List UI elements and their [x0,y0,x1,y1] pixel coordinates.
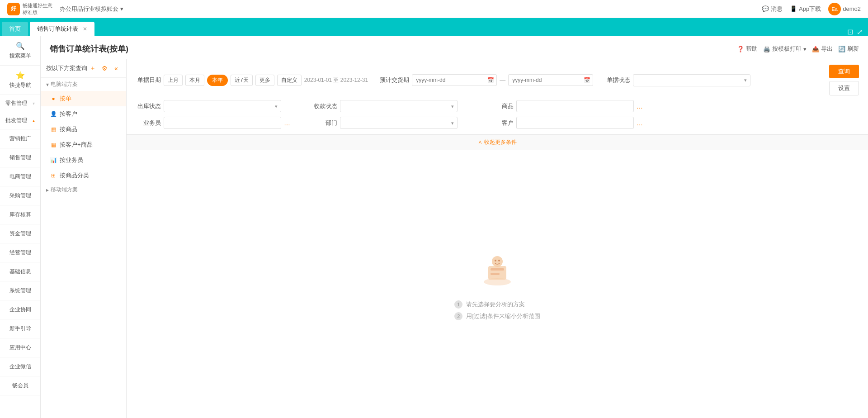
receipt-status-select[interactable] [340,100,458,112]
empty-state: 1 请先选择要分析的方案 2 用[过滤]条件来缩小分析范围 [127,150,868,418]
date-btn-more[interactable]: 更多 [255,75,274,86]
goods-input[interactable] [516,100,634,112]
sidebar-item-retail[interactable]: 零售管理 ▾ [0,95,40,112]
business-input[interactable] [164,117,281,129]
filter-status-field: 单据状态 [605,74,821,86]
sidebar-item-finance[interactable]: 资金管理 [0,224,40,243]
goods-more-icon[interactable]: … [637,103,643,110]
filter-outstatus-wrapper [164,100,281,112]
svg-point-4 [492,256,503,267]
filter-business-field: 业务员 … [136,117,307,129]
filter-status-select-wrapper [633,74,750,86]
sidebar-item-corp-collab[interactable]: 企业协同 [0,300,40,319]
filter-outstatus-field: 出库状态 [136,100,307,112]
settings-scheme-icon[interactable]: ⚙ [100,64,109,73]
tree-item-by-customer[interactable]: 👤 按客户 [41,106,126,122]
reset-button[interactable]: 设置 [829,81,859,95]
collapse-panel-icon[interactable]: « [112,64,121,73]
date-separator: — [500,77,505,84]
person-icon: 👤 [50,110,57,118]
grid2-icon: ▦ [50,141,57,148]
sidebar-item-sales[interactable]: 销售管理 [0,148,40,167]
star-icon: ⭐ [16,71,25,80]
sidebar-item-basic-info[interactable]: 基础信息 [0,262,40,281]
tree-group-mobile[interactable]: ▸ 移动端方案 [41,183,126,196]
filter-expected-date-end-wrapper [508,74,593,86]
chart-icon: 📊 [50,157,57,164]
logo-icon: 好 [7,3,20,15]
sidebar-item-wholesale[interactable]: 批发管理 ▴ [0,112,40,129]
page-title: 销售订单统计表(按单) [50,43,128,54]
status-select[interactable] [633,74,750,86]
refresh-button[interactable]: 🔄 刷新 [838,45,859,53]
app-selector[interactable]: 办公用品行业模拟账套 ▾ [56,3,127,15]
tree-item-by-goods[interactable]: ▦ 按商品 [41,122,126,137]
empty-illustration [475,248,520,293]
sidebar-item-app-center[interactable]: 应用中心 [0,338,40,357]
svg-point-6 [498,260,500,261]
customer-more-icon[interactable]: … [637,119,643,127]
chevron-down-icon: ▾ [803,46,807,52]
export-icon: 📤 [812,46,819,52]
filter-goods-field: 商品 … [488,100,859,112]
export-button[interactable]: 📤 导出 [812,45,833,53]
sidebar-item-operations[interactable]: 经营管理 [0,243,40,262]
user-area[interactable]: Ea demo2 [828,3,861,15]
sidebar-item-ecommerce[interactable]: 电商管理 [0,167,40,186]
date-btn-this-year[interactable]: 本年 [207,75,228,86]
tree-arrow-collapsed: ▸ [46,187,49,193]
table-icon: ⊞ [50,172,57,179]
left-panel: 按以下方案查询 ＋ ⚙ « ▾ 电脑端方案 ● 按单 👤 [41,59,127,418]
sidebar-item-purchase[interactable]: 采购管理 [0,186,40,205]
nav-window-actions: ⊡ ⤢ [847,28,868,36]
print-icon: 🖨️ [763,46,770,52]
filter-dept-field: 部门 [312,117,484,129]
sidebar-item-system[interactable]: 系统管理 [0,281,40,300]
message-action[interactable]: 💬 消息 [762,5,783,13]
sidebar-item-newbie[interactable]: 新手引导 [0,319,40,338]
dept-select[interactable] [340,117,458,129]
tab-close-icon[interactable]: ✕ [83,26,87,32]
sidebar-item-marketing[interactable]: 营销推广 [0,129,40,148]
sidebar-item-inventory[interactable]: 库存核算 [0,205,40,224]
date-btn-7days[interactable]: 近7天 [231,75,253,86]
svg-point-5 [495,260,496,261]
tab-home[interactable]: 首页 [2,22,28,36]
expected-date-end-input[interactable] [508,74,593,86]
out-status-select[interactable] [164,100,281,112]
business-more-icon[interactable]: … [284,119,290,127]
tree-item-by-order[interactable]: ● 按单 [41,91,126,106]
chevron-up-icon: ▴ [33,118,35,123]
chevron-down-icon: ▾ [33,101,35,106]
top-bar-left: 好 畅捷通好生意 标准版 办公用品行业模拟账套 ▾ [7,2,127,15]
tree-item-by-goods-category[interactable]: ⊞ 按商品分类 [41,168,126,183]
download-icon: 📱 [790,5,797,12]
tree-group-pc[interactable]: ▾ 电脑端方案 [41,78,126,91]
tab-sales-order[interactable]: 销售订单统计表 ✕ [30,22,94,36]
filter-receiptstatus-wrapper [340,100,458,112]
sidebar-item-member[interactable]: 畅会员 [0,376,40,395]
sidebar-item-wecom[interactable]: 企业微信 [0,357,40,376]
window-maximize-icon[interactable]: ⤢ [857,28,863,36]
collapse-bar[interactable]: ∧ 收起更多条件 [127,135,868,150]
sidebar-item-quicknav[interactable]: ⭐ 快捷导航 [0,66,40,95]
help-button[interactable]: ❓ 帮助 [737,45,758,53]
date-btn-last-month[interactable]: 上月 [164,75,183,86]
date-btn-custom[interactable]: 自定义 [277,75,302,86]
date-btn-this-month[interactable]: 本月 [185,75,204,86]
app-download-action[interactable]: 📱 App下载 [790,5,821,13]
tree-item-by-customer-goods[interactable]: ▦ 按客户+商品 [41,137,126,152]
customer-input[interactable] [516,117,634,129]
window-restore-icon[interactable]: ⊡ [847,28,853,36]
empty-tips: 1 请先选择要分析的方案 2 用[过滤]条件来缩小分析范围 [454,300,540,320]
empty-tip-2: 2 用[过滤]条件来缩小分析范围 [454,312,540,320]
svg-rect-2 [491,268,504,271]
filter-date-buttons: 上月 本月 本年 近7天 更多 自定义 [164,75,302,86]
query-button[interactable]: 查询 [829,65,859,78]
tree-item-by-salesperson[interactable]: 📊 按业务员 [41,152,126,168]
page-header: 销售订单统计表(按单) ❓ 帮助 🖨️ 按模板打印 ▾ 📤 导出 🔄 刷新 [41,36,868,59]
expected-date-start-input[interactable] [412,74,497,86]
sidebar-item-search[interactable]: 🔍 搜索菜单 [0,36,40,66]
print-template-button[interactable]: 🖨️ 按模板打印 ▾ [763,45,807,53]
add-scheme-icon[interactable]: ＋ [88,64,97,73]
